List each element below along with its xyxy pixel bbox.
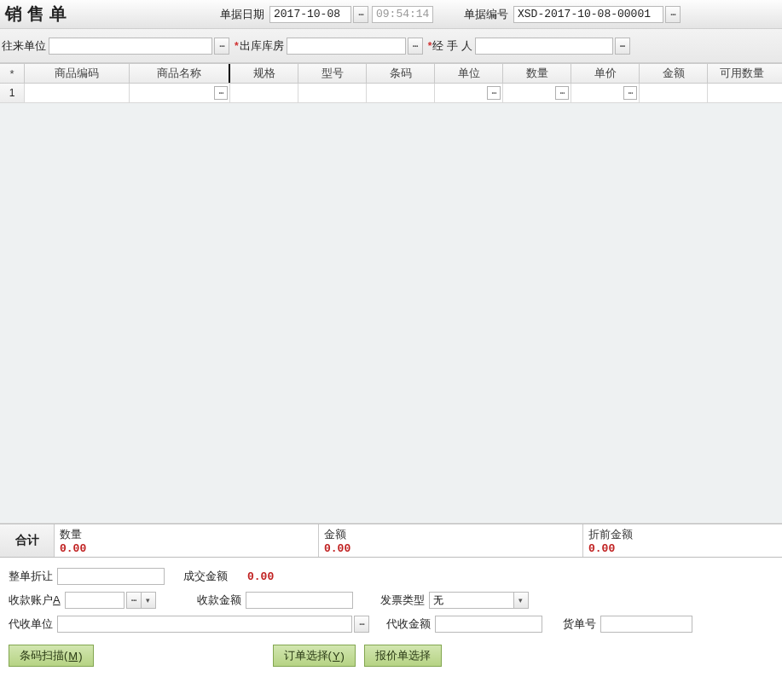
order-select-button[interactable]: 订单选择(Y) bbox=[273, 645, 356, 667]
date-label: 单据日期 bbox=[220, 7, 264, 22]
cell-name-picker-button[interactable]: ··· bbox=[214, 86, 228, 100]
column-header-price[interactable]: 单价 bbox=[571, 64, 640, 83]
date-picker-button[interactable]: ··· bbox=[353, 6, 368, 23]
filter-bar: 往来单位 ··· * 出库库房 ··· * 经 手 人 ··· bbox=[0, 29, 782, 63]
cell-unit[interactable]: ··· bbox=[435, 84, 503, 102]
shipment-no-input[interactable] bbox=[600, 616, 692, 633]
warehouse-picker-button[interactable]: ··· bbox=[408, 38, 423, 55]
handler-input[interactable] bbox=[475, 38, 613, 55]
column-header-code[interactable]: 商品编码 bbox=[25, 64, 130, 83]
column-header-avail[interactable]: 可用数量 bbox=[708, 64, 776, 83]
column-header-name[interactable]: 商品名称 bbox=[130, 64, 230, 83]
column-header-index[interactable]: * bbox=[0, 64, 25, 83]
totals-qty: 数量 0.00 bbox=[55, 524, 319, 557]
account-label: 收款账户A bbox=[9, 593, 61, 608]
agent-amount-label: 代收金额 bbox=[386, 616, 431, 632]
receive-amount-label: 收款金额 bbox=[197, 593, 241, 608]
totals-prediscount: 折前金额 0.00 bbox=[583, 524, 782, 557]
cell-amount[interactable] bbox=[640, 84, 708, 102]
invoice-type-label: 发票类型 bbox=[380, 593, 425, 608]
barcode-scan-button[interactable]: 条码扫描(M) bbox=[9, 645, 94, 667]
number-label: 单据编号 bbox=[464, 7, 508, 22]
column-header-qty[interactable]: 数量 bbox=[503, 64, 571, 83]
cell-avail[interactable] bbox=[708, 84, 776, 102]
column-header-barcode[interactable]: 条码 bbox=[367, 64, 435, 83]
cell-qty[interactable]: ··· bbox=[503, 84, 571, 102]
column-header-unit[interactable]: 单位 bbox=[435, 64, 503, 83]
cell-unit-picker-button[interactable]: ··· bbox=[487, 86, 501, 100]
quote-select-button[interactable]: 报价单选择 bbox=[364, 645, 442, 667]
number-input[interactable]: XSD-2017-10-08-00001 bbox=[513, 6, 663, 23]
cell-price[interactable]: ··· bbox=[571, 84, 640, 102]
required-star-icon: * bbox=[235, 40, 239, 52]
agent-unit-input[interactable] bbox=[57, 616, 352, 633]
receive-amount-input[interactable] bbox=[246, 592, 353, 609]
bottom-form: 整单折让 成交金额 0.00 收款账户A ··· ▾ 收款金额 发票类型 ▾ 代… bbox=[0, 558, 782, 641]
cell-name[interactable]: ··· bbox=[130, 84, 230, 102]
warehouse-label: 出库库房 bbox=[240, 38, 284, 54]
row-index: 1 bbox=[0, 84, 25, 102]
column-header-spec[interactable]: 规格 bbox=[230, 64, 298, 83]
cell-qty-picker-button[interactable]: ··· bbox=[555, 86, 569, 100]
form-header: 销售单 单据日期 2017-10-08 ··· 09:54:14 单据编号 XS… bbox=[0, 0, 782, 29]
invoice-type-input[interactable] bbox=[429, 592, 514, 609]
whole-discount-input[interactable] bbox=[57, 568, 165, 585]
table-row[interactable]: 1 ··· ··· ··· ··· bbox=[0, 84, 782, 103]
totals-prediscount-label: 折前金额 bbox=[588, 527, 777, 542]
grid-body[interactable]: 1 ··· ··· ··· ··· bbox=[0, 84, 782, 524]
date-input[interactable]: 2017-10-08 bbox=[269, 6, 351, 23]
totals-prediscount-value: 0.00 bbox=[588, 542, 777, 555]
totals-amount-value: 0.00 bbox=[324, 542, 577, 555]
totals-label: 合计 bbox=[0, 524, 55, 557]
account-picker-button[interactable]: ··· bbox=[126, 592, 142, 609]
cell-spec[interactable] bbox=[230, 84, 298, 102]
grid-header: * 商品编码 商品名称 规格 型号 条码 单位 数量 单价 金额 可用数量 bbox=[0, 63, 782, 84]
column-header-model[interactable]: 型号 bbox=[298, 64, 367, 83]
account-input[interactable] bbox=[65, 592, 125, 609]
page-title: 销售单 bbox=[5, 3, 72, 26]
time-input: 09:54:14 bbox=[372, 6, 433, 23]
invoice-type-dropdown-button[interactable]: ▾ bbox=[513, 592, 529, 609]
handler-label: 经 手 人 bbox=[432, 38, 472, 54]
vendor-label: 往来单位 bbox=[2, 38, 46, 54]
totals-qty-value: 0.00 bbox=[60, 542, 313, 555]
deal-amount-label: 成交金额 bbox=[183, 569, 228, 584]
vendor-input[interactable] bbox=[49, 38, 212, 55]
required-star-icon: * bbox=[428, 40, 432, 52]
shipment-no-label: 货单号 bbox=[563, 616, 596, 632]
totals-amount-label: 金额 bbox=[324, 527, 577, 542]
account-dropdown-button[interactable]: ▾ bbox=[141, 592, 156, 609]
number-picker-button[interactable]: ··· bbox=[665, 6, 681, 23]
cell-model[interactable] bbox=[298, 84, 367, 102]
totals-amount: 金额 0.00 bbox=[319, 524, 583, 557]
action-bar: 条码扫描(M) 订单选择(Y) 报价单选择 bbox=[0, 641, 782, 675]
cell-barcode[interactable] bbox=[367, 84, 435, 102]
sales-order-form: 销售单 单据日期 2017-10-08 ··· 09:54:14 单据编号 XS… bbox=[0, 0, 782, 700]
vendor-picker-button[interactable]: ··· bbox=[214, 38, 229, 55]
agent-unit-picker-button[interactable]: ··· bbox=[354, 616, 369, 633]
agent-unit-label: 代收单位 bbox=[9, 616, 53, 632]
column-header-amount[interactable]: 金额 bbox=[640, 64, 708, 83]
totals-row: 合计 数量 0.00 金额 0.00 折前金额 0.00 bbox=[0, 524, 782, 558]
cell-code[interactable] bbox=[25, 84, 130, 102]
agent-amount-input[interactable] bbox=[435, 616, 542, 633]
cell-price-picker-button[interactable]: ··· bbox=[623, 86, 637, 100]
warehouse-input[interactable] bbox=[287, 38, 406, 55]
whole-discount-label: 整单折让 bbox=[9, 569, 53, 584]
deal-amount-value: 0.00 bbox=[247, 570, 274, 583]
handler-picker-button[interactable]: ··· bbox=[615, 38, 630, 55]
totals-qty-label: 数量 bbox=[60, 527, 313, 542]
